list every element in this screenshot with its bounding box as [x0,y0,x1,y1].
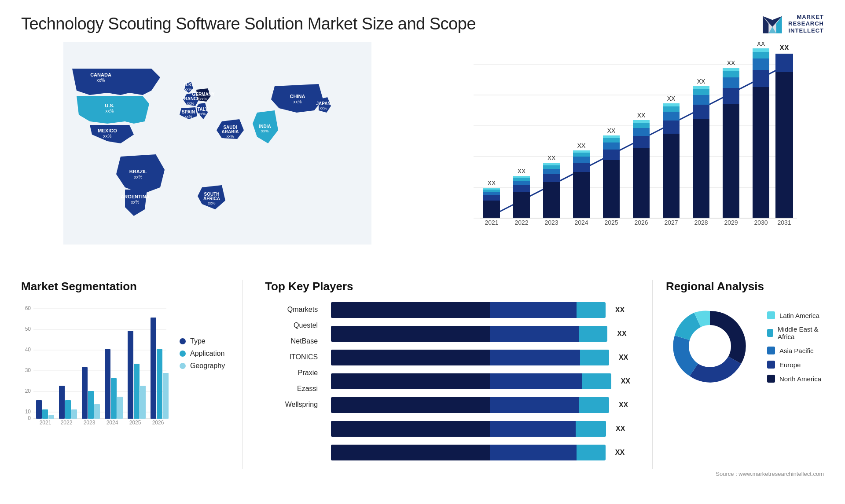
svg-rect-37 [513,192,530,218]
svg-rect-119 [36,400,42,419]
donut-container: Latin AmericaMiddle East & AfricaAsia Pa… [666,302,824,392]
svg-rect-95 [753,58,769,70]
svg-rect-93 [753,87,769,218]
svg-text:2024: 2024 [107,420,118,425]
logo-text: MARKET RESEARCH INTELLECT [788,14,824,34]
svg-text:AFRICA: AFRICA [203,196,220,201]
bar-seg-4-1 [490,397,579,413]
svg-text:60: 60 [25,305,31,311]
player-value-3: XX [621,377,630,385]
svg-text:2025: 2025 [604,219,618,226]
bar-seg-1-2 [579,326,607,342]
svg-text:40: 40 [25,347,31,353]
svg-rect-90 [723,68,739,71]
svg-text:xx%: xx% [134,175,143,179]
svg-text:XX: XX [607,127,616,134]
svg-rect-131 [128,331,133,419]
svg-rect-129 [111,378,117,419]
regional-legend-item-0: Latin America [767,311,824,319]
seg-legend-app: Application [180,350,225,358]
svg-rect-41 [513,176,530,178]
regional-legend: Latin AmericaMiddle East & AfricaAsia Pa… [767,311,824,383]
svg-rect-55 [573,150,590,153]
canada-region [72,69,160,95]
svg-text:XX: XX [779,44,789,51]
seg-legend-type: Type [180,337,225,345]
segmentation-chart: 60 50 40 30 20 10 0 [21,302,171,425]
player-bar-track-6 [331,445,606,460]
svg-rect-132 [134,364,140,419]
bar-2021-na [483,201,500,218]
player-name-5: Ezassi [265,385,318,393]
svg-rect-82 [693,89,709,95]
svg-text:xx%: xx% [320,106,327,110]
player-name-6: Wellspring [265,401,318,409]
page-title: Technology Scouting Software Solution Ma… [21,15,476,33]
trend-chart-section: XX 2021 XX 2022 XX 2023 [431,42,824,275]
bar-seg-0-2 [577,302,606,318]
svg-rect-86 [723,104,739,218]
bar-seg-2-0 [331,350,490,365]
segmentation-title: Market Segmentation [21,280,225,293]
svg-rect-32 [483,192,500,195]
svg-rect-125 [82,367,88,419]
player-value-1: XX [617,330,626,338]
svg-rect-33 [483,190,500,192]
bar-seg-0-0 [331,302,490,318]
svg-rect-39 [513,181,530,185]
bar-seg-2-1 [490,350,580,365]
player-name-4: Praxie [265,369,318,377]
svg-rect-51 [573,172,590,218]
player-name-2: NetBase [265,337,318,345]
svg-text:2023: 2023 [84,420,96,425]
regional-legend-color-2 [767,347,775,354]
svg-rect-67 [633,128,650,136]
svg-rect-80 [693,105,709,119]
svg-rect-94 [753,70,769,87]
svg-rect-75 [663,106,680,112]
source-text: Source : www.marketresearchintellect.com [0,469,845,477]
regional-legend-label-1: Middle East & Africa [778,325,824,340]
svg-rect-34 [483,188,500,190]
svg-rect-136 [163,373,169,419]
svg-rect-45 [543,174,560,182]
svg-text:XX: XX [547,154,556,161]
svg-rect-69 [633,120,650,123]
logo-icon [761,12,784,35]
player-value-4: XX [619,401,628,409]
player-bar-row-6: XX [331,445,630,460]
regional-legend-item-3: Europe [767,361,824,369]
map-section: CANADA xx% U.S. xx% MEXICO xx% BRAZIL xx… [21,42,414,275]
bar-seg-5-0 [331,421,490,437]
svg-rect-87 [723,88,739,104]
player-bar-track-2 [331,350,609,365]
china-label: CHINA [290,94,305,99]
svg-rect-46 [543,169,560,174]
svg-rect-122 [59,386,65,419]
india-label: INDIA [259,124,271,129]
player-value-5: XX [616,425,625,433]
germany-label: GERMANY [192,92,214,97]
svg-text:2024: 2024 [574,219,588,226]
top-row: CANADA xx% U.S. xx% MEXICO xx% BRAZIL xx… [21,42,824,275]
main-content: CANADA xx% U.S. xx% MEXICO xx% BRAZIL xx… [0,42,845,469]
bar-seg-4-2 [579,397,609,413]
svg-rect-66 [633,136,650,148]
svg-point-143 [689,325,731,367]
svg-rect-96 [753,52,769,58]
italy-label: ITALY [196,107,208,112]
svg-rect-60 [603,142,620,150]
player-name-0: Qmarkets [265,306,318,314]
logo-line2: RESEARCH [788,20,824,27]
svg-rect-61 [603,138,620,142]
svg-text:20: 20 [25,388,31,394]
svg-text:xx%: xx% [106,109,114,113]
svg-text:XX: XX [757,42,765,47]
logo-line1: MARKET [788,14,824,21]
svg-rect-44 [543,182,560,218]
player-name-1: Questel [265,321,318,329]
svg-rect-100 [775,72,793,218]
svg-rect-88 [723,77,739,88]
svg-rect-121 [48,415,54,419]
svg-text:XX: XX [577,142,586,149]
